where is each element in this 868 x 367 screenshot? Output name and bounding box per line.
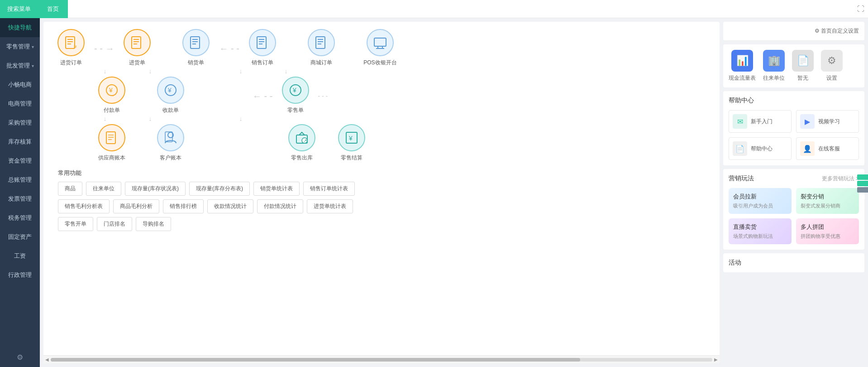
fullscreen-btn[interactable]: ⛶ — [857, 5, 864, 13]
sidebar-item-wholesale[interactable]: 批发管理 ▾ — [0, 56, 40, 75]
sidebar-item-salary[interactable]: 工资 — [0, 246, 40, 266]
spacer-rd4 — [254, 115, 272, 122]
main-panel: ✓ 进货订单 - - → 进货单 — [43, 22, 720, 363]
arrow-right-1: - - → — [91, 43, 117, 54]
quick-nav-label-2: 暂无 — [797, 74, 808, 82]
flow-label-lingshoudian: 零售单 — [287, 106, 304, 114]
sidebar-settings-btn[interactable]: ⚙ — [0, 348, 40, 367]
func-btn-现存量(库存状况表)[interactable]: 现存量(库存状况表) — [125, 182, 186, 196]
help-item-新手入门[interactable]: ✉新手入门 — [729, 110, 792, 133]
sidebar-item-inventory[interactable]: 库存核算 — [0, 132, 40, 151]
func-btn-收款情况统计[interactable]: 收款情况统计 — [207, 199, 253, 213]
help-item-在线客服[interactable]: 👤在线客服 — [796, 137, 859, 160]
func-buttons-row1: 商品往来单位现存量(库存状况表)现存量(库存分布表)销货单统计表销售订单统计表 — [58, 182, 705, 196]
flow-node-jinhuodan[interactable]: 进货单 — [117, 29, 157, 67]
func-btn-销货单统计表[interactable]: 销货单统计表 — [253, 182, 300, 196]
flow-node-shoukuandan[interactable]: ¥ 收款单 — [150, 77, 191, 114]
func-btn-进货单统计表[interactable]: 进货单统计表 — [307, 199, 353, 213]
func-btn-销售毛利分析表[interactable]: 销售毛利分析表 — [58, 199, 110, 213]
marketing-item-裂变分销[interactable]: 裂变分销裂变式发展分销商 — [796, 188, 859, 214]
horizontal-scrollbar[interactable]: ◀ ▶ — [43, 355, 720, 363]
scroll-thumb — [51, 358, 580, 362]
arrow-down-pos: ↓ — [272, 68, 300, 75]
func-btn-商品[interactable]: 商品 — [58, 182, 82, 196]
func-btn-导购排名[interactable]: 导购排名 — [136, 217, 171, 231]
marketing-item-会员拉新[interactable]: 会员拉新吸引用户成为会员 — [729, 188, 792, 214]
float-btn-desktop[interactable]: 桌面快捷 — [857, 187, 868, 193]
flow-icon-xiaoshoudingdan — [249, 29, 276, 56]
func-btn-现存量(库存分布表)[interactable]: 现存量(库存分布表) — [189, 182, 250, 196]
sidebar-item-ledger[interactable]: 总账管理 — [0, 170, 40, 189]
flow-node-fukuandan[interactable]: ¥ 付款单 — [91, 77, 132, 114]
common-func-title: 常用功能 — [58, 169, 705, 177]
marketing-item-title-2: 直播卖货 — [733, 223, 787, 231]
sidebar-item-ecom-mgmt[interactable]: 电商管理 — [0, 94, 40, 113]
svg-text:↗: ↗ — [303, 138, 307, 143]
func-btn-往来单位[interactable]: 往来单位 — [86, 182, 121, 196]
float-btn-customer-service[interactable]: 客服热线 — [857, 174, 868, 180]
sidebar-item-assets[interactable]: 固定资产 — [0, 227, 40, 246]
flow-label-fukuandan: 付款单 — [104, 106, 120, 114]
svg-rect-9 — [191, 37, 200, 48]
marketing-item-多人拼团[interactable]: 多人拼团拼团购物享受优惠 — [796, 218, 859, 244]
home-tab[interactable]: 首页 — [38, 0, 68, 18]
svg-text:¥: ¥ — [109, 87, 113, 94]
svg-text:✓: ✓ — [74, 45, 77, 49]
quick-nav-item-0[interactable]: 📊现金流量表 — [729, 50, 756, 82]
help-item-帮助中心[interactable]: 📄帮助中心 — [729, 137, 792, 160]
sidebar-item-ecom[interactable]: 小畅电商 — [0, 75, 40, 94]
activities-title: 活动 — [729, 259, 859, 267]
quick-nav-item-3[interactable]: ⚙设置 — [821, 50, 843, 82]
flow-label-lingshouku: 零售出库 — [291, 154, 313, 162]
quick-nav-item-2[interactable]: 📄暂无 — [792, 50, 814, 82]
sidebar-label: 工资 — [14, 252, 26, 260]
sidebar-item-invoice[interactable]: 发票管理 — [0, 189, 40, 208]
flow-node-xiaohuodan[interactable]: 销货单 — [176, 29, 216, 67]
common-func-section: 常用功能 商品往来单位现存量(库存状况表)现存量(库存分布表)销货单统计表销售订… — [51, 169, 712, 240]
func-btn-付款情况统计[interactable]: 付款情况统计 — [257, 199, 303, 213]
flow-node-lingshouku[interactable]: ↗ 零售出库 — [281, 124, 322, 162]
content-area: ✓ 进货订单 - - → 进货单 — [40, 18, 868, 367]
scroll-track[interactable] — [51, 358, 712, 362]
search-menu-btn[interactable]: 搜索菜单 — [0, 0, 38, 18]
flow-node-lingshoudian[interactable]: ¥ 零售单 — [275, 77, 316, 114]
sidebar-item-retail[interactable]: 零售管理 ▾ — [0, 37, 40, 56]
quick-nav-icon-1: 🏢 — [763, 50, 785, 72]
flow-node-pos[interactable]: POS收银开台 — [360, 29, 401, 67]
sidebar-label: 批发管理 — [6, 62, 30, 70]
dashed-line-pos: - - - — [316, 92, 329, 100]
sidebar-item-quick-nav[interactable]: 快捷导航 — [0, 18, 40, 37]
sidebar-item-admin[interactable]: 行政管理 — [0, 266, 40, 285]
sidebar-item-purchase[interactable]: 采购管理 — [0, 113, 40, 132]
more-marketing-link[interactable]: 更多营销玩法 > — [822, 175, 859, 183]
quick-nav-icon-0: 📊 — [731, 50, 753, 72]
flow-node-lingshoujiesuan[interactable]: ¥ 零售结算 — [331, 124, 372, 162]
flow-node-xiaoshoudingdan[interactable]: 销售订单 — [242, 29, 283, 67]
func-btn-销售订单统计表[interactable]: 销售订单统计表 — [303, 182, 355, 196]
sidebar-item-finance[interactable]: 资金管理 — [0, 151, 40, 170]
func-btn-销售排行榜[interactable]: 销售排行榜 — [163, 199, 204, 213]
help-item-视频学习[interactable]: ▶视频学习 — [796, 110, 859, 133]
sidebar-label: 库存核算 — [8, 138, 32, 146]
flow-node-shangchengdingdan[interactable]: 商城订单 — [301, 29, 342, 67]
svg-rect-32 — [106, 132, 115, 144]
marketing-item-直播卖货[interactable]: 直播卖货场景式购物新玩法 — [729, 218, 792, 244]
func-btn-门店排名[interactable]: 门店排名 — [97, 217, 132, 231]
flow-node-gongyingshang[interactable]: 供应商账本 — [91, 124, 132, 162]
sidebar-item-tax[interactable]: 税务管理 — [0, 208, 40, 227]
sidebar-label: 资金管理 — [8, 157, 32, 165]
func-btn-商品毛利分析[interactable]: 商品毛利分析 — [113, 199, 159, 213]
sidebar-label: 总账管理 — [8, 176, 32, 184]
flow-icon-jinhuodan — [124, 29, 151, 56]
float-btn-community[interactable]: 服务社区 — [857, 181, 868, 186]
scroll-right-btn[interactable]: ▶ — [714, 357, 718, 362]
flow-node-kehuzhanben[interactable]: 客户账本 — [150, 124, 191, 162]
sidebar-label: 行政管理 — [8, 271, 32, 279]
func-btn-零售开单[interactable]: 零售开单 — [58, 217, 93, 231]
quick-nav-item-1[interactable]: 🏢往来单位 — [763, 50, 785, 82]
scroll-left-btn[interactable]: ◀ — [45, 357, 49, 362]
home-customize-label[interactable]: 首页自定义设置 — [821, 28, 859, 34]
gear-icon: ⚙ — [17, 353, 23, 361]
flow-label-gongyingshang: 供应商账本 — [98, 154, 125, 162]
flow-node-jinhuodingdan[interactable]: ✓ 进货订单 — [51, 29, 91, 67]
